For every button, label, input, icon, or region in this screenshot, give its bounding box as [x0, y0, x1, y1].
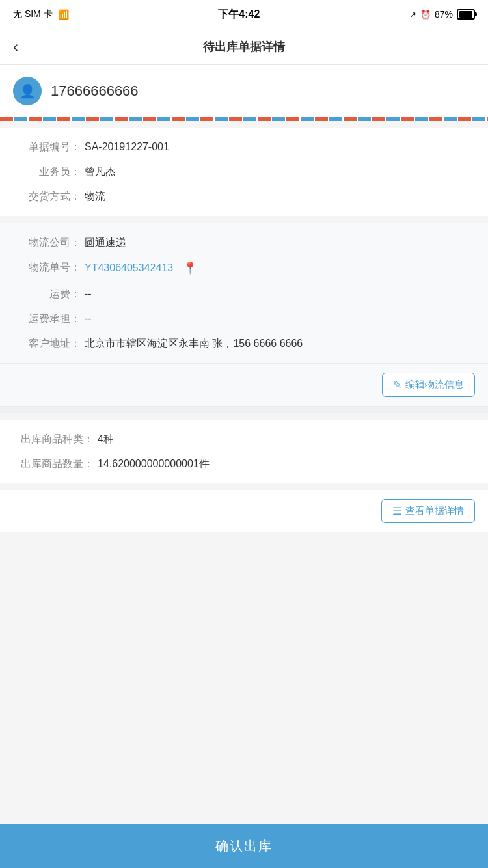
avatar: 👤 [13, 77, 42, 105]
status-right: ↗ ⏰ 87% [409, 9, 475, 20]
goods-section: 出库商品种类： 4种 出库商品数量： 14.620000000000001件 [0, 420, 488, 483]
goods-quantity-row: 出库商品数量： 14.620000000000001件 [16, 456, 472, 472]
edit-logistics-button[interactable]: ✎ 编辑物流信息 [382, 373, 475, 397]
document-number-label: 单据编号： [16, 139, 81, 155]
edit-logistics-label: 编辑物流信息 [405, 379, 464, 391]
battery-icon [457, 9, 475, 20]
tracking-number-label: 物流单号： [16, 260, 81, 275]
bottom-spacer [0, 532, 488, 649]
logistics-company-label: 物流公司： [16, 235, 81, 251]
salesperson-label: 业务员： [16, 164, 81, 180]
address-row: 客户地址： 北京市市辖区海淀区永丰南 张，156 6666 6666 [16, 336, 472, 351]
address-label: 客户地址： [16, 336, 81, 351]
view-detail-button-row: ☰ 查看单据详情 [0, 490, 488, 532]
location-track-icon[interactable]: 📍 [183, 260, 197, 277]
view-detail-button[interactable]: ☰ 查看单据详情 [381, 499, 475, 523]
detail-icon: ☰ [392, 505, 401, 517]
alarm-icon: ⏰ [420, 10, 431, 20]
view-detail-label: 查看单据详情 [405, 505, 464, 517]
section-divider-1 [0, 407, 488, 413]
logistics-company-row: 物流公司： 圆通速递 [16, 235, 472, 251]
logistics-company-value: 圆通速递 [85, 235, 472, 251]
goods-types-value: 4种 [98, 431, 472, 447]
carrier-label: 无 SIM 卡 [13, 8, 53, 20]
tracking-number-value: YT4306405342413 📍 [85, 260, 472, 277]
page-title: 待出库单据详情 [203, 39, 285, 55]
document-number-value: SA-20191227-001 [85, 139, 472, 155]
battery-label: 87% [435, 9, 453, 20]
edit-icon: ✎ [393, 379, 401, 391]
confirm-button[interactable]: 确认出库 [0, 824, 488, 868]
status-left: 无 SIM 卡 📶 [13, 8, 69, 20]
freight-bearer-row: 运费承担： -- [16, 311, 472, 327]
goods-types-row: 出库商品种类： 4种 [16, 431, 472, 447]
freight-row: 运费： -- [16, 286, 472, 302]
goods-types-label: 出库商品种类： [16, 431, 94, 447]
document-number-row: 单据编号： SA-20191227-001 [16, 139, 472, 155]
salesperson-value: 曾凡杰 [85, 164, 472, 180]
customer-section: 👤 17666666666 [0, 65, 488, 121]
address-value: 北京市市辖区海淀区永丰南 张，156 6666 6666 [85, 336, 472, 351]
status-time: 下午4:42 [218, 8, 260, 21]
avatar-icon: 👤 [20, 83, 36, 99]
goods-quantity-value: 14.620000000000001件 [98, 456, 472, 472]
decorative-border [0, 117, 488, 121]
salesperson-row: 业务员： 曾凡杰 [16, 164, 472, 180]
tracking-number-row: 物流单号： YT4306405342413 📍 [16, 260, 472, 277]
freight-value: -- [85, 286, 472, 302]
back-button[interactable]: ‹ [13, 38, 39, 56]
delivery-method-value: 物流 [85, 189, 472, 204]
customer-phone: 17666666666 [51, 83, 139, 100]
edit-logistics-button-row: ✎ 编辑物流信息 [0, 364, 488, 407]
delivery-method-row: 交货方式： 物流 [16, 189, 472, 204]
wifi-icon: 📶 [58, 9, 69, 20]
logistics-section: 物流公司： 圆通速递 物流单号： YT4306405342413 📍 运费： -… [0, 223, 488, 364]
status-bar: 无 SIM 卡 📶 下午4:42 ↗ ⏰ 87% [0, 0, 488, 29]
delivery-method-label: 交货方式： [16, 189, 81, 204]
freight-label: 运费： [16, 286, 81, 302]
customer-header: 👤 17666666666 [0, 65, 488, 117]
location-icon: ↗ [409, 10, 416, 20]
goods-quantity-label: 出库商品数量： [16, 456, 94, 472]
freight-bearer-value: -- [85, 311, 472, 327]
nav-bar: ‹ 待出库单据详情 [0, 29, 488, 65]
confirm-label: 确认出库 [215, 837, 273, 855]
freight-bearer-label: 运费承担： [16, 311, 81, 327]
order-info-section: 单据编号： SA-20191227-001 业务员： 曾凡杰 交货方式： 物流 [0, 128, 488, 216]
